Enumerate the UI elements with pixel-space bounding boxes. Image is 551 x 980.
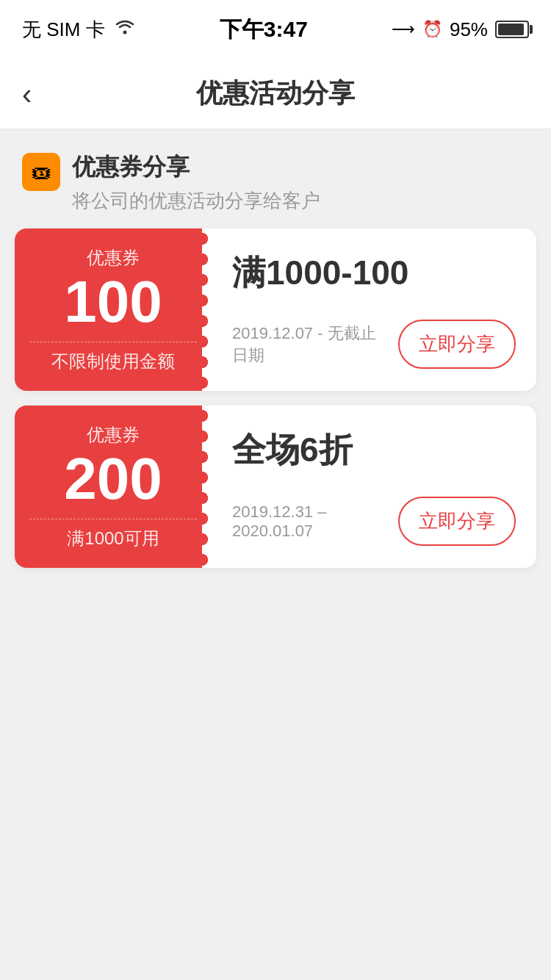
- nav-bar: ‹ 优惠活动分享: [0, 59, 551, 129]
- coupon-right-1: 满1000-100 2019.12.07 - 无截止日期 立即分享: [212, 228, 536, 391]
- coupon-divider-2: [29, 519, 197, 519]
- section-text: 优惠券分享 将公司的优惠活动分享给客户: [72, 151, 320, 214]
- coupon-amount-1: 100: [64, 270, 162, 334]
- status-time: 下午3:47: [220, 15, 308, 45]
- svg-point-0: [123, 30, 126, 34]
- battery-icon: [495, 21, 529, 38]
- carrier-text: 无 SIM 卡: [22, 17, 105, 43]
- location-icon: ⟶: [392, 20, 415, 39]
- coupon-name-2: 全场6折: [232, 428, 516, 473]
- coupon-divider-1: [29, 342, 197, 342]
- coupon-left-2: 优惠券 200 满1000可用: [15, 406, 212, 568]
- coupon-bottom-2: 2019.12.31 – 2020.01.07 立即分享: [232, 497, 516, 546]
- coupon-type-label-2: 优惠券: [87, 423, 140, 447]
- coupon-bottom-1: 2019.12.07 - 无截止日期 立即分享: [232, 320, 516, 369]
- share-button-2[interactable]: 立即分享: [398, 497, 516, 546]
- status-left: 无 SIM 卡: [22, 17, 136, 43]
- coupon-condition-1: 不限制使用金额: [51, 350, 175, 373]
- coupon-section-icon: 🎟: [22, 153, 60, 191]
- section-header: 🎟 优惠券分享 将公司的优惠活动分享给客户: [0, 129, 551, 228]
- coupon-amount-2: 200: [64, 447, 162, 511]
- coupon-list: 优惠券 100 不限制使用金额 满1000-100 2019.12.07 - 无…: [0, 228, 551, 597]
- alarm-icon: ⏰: [422, 20, 442, 39]
- coupon-type-label-1: 优惠券: [87, 246, 140, 270]
- wifi-icon: [114, 18, 136, 41]
- coupon-date-1: 2019.12.07 - 无截止日期: [232, 323, 391, 367]
- coupon-card-2: 优惠券 200 满1000可用 全场6折 2019.12.31 – 2020.0…: [15, 406, 536, 568]
- back-button[interactable]: ‹: [22, 79, 32, 109]
- coupon-card-1: 优惠券 100 不限制使用金额 满1000-100 2019.12.07 - 无…: [15, 228, 536, 391]
- coupon-left-1: 优惠券 100 不限制使用金额: [15, 228, 212, 391]
- coupon-date-2: 2019.12.31 – 2020.01.07: [232, 502, 391, 541]
- battery-percent: 95%: [450, 18, 488, 41]
- coupon-right-2: 全场6折 2019.12.31 – 2020.01.07 立即分享: [212, 406, 536, 568]
- coupon-name-1: 满1000-100: [232, 251, 516, 296]
- status-right: ⟶ ⏰ 95%: [392, 18, 529, 41]
- page-title: 优惠活动分享: [196, 76, 355, 112]
- section-title: 优惠券分享: [72, 151, 320, 184]
- empty-area: [0, 597, 551, 979]
- share-button-1[interactable]: 立即分享: [398, 320, 516, 369]
- status-bar: 无 SIM 卡 下午3:47 ⟶ ⏰ 95%: [0, 0, 551, 59]
- section-subtitle: 将公司的优惠活动分享给客户: [72, 188, 320, 214]
- coupon-condition-2: 满1000可用: [67, 527, 159, 550]
